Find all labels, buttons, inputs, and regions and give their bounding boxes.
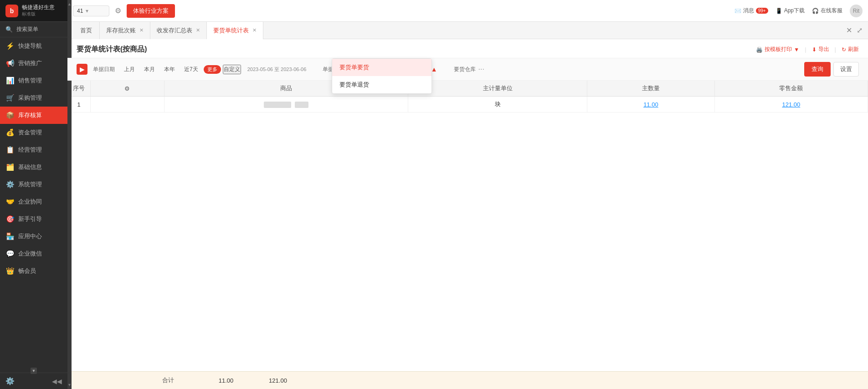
tab-order-stats-close[interactable]: ✕ [252,27,257,33]
finance-icon: 💰 [5,128,15,137]
cell-goods [164,97,408,113]
tab-inventory-batch[interactable]: 库存批次账 ✕ [100,22,150,39]
messages-label: 消息 [743,7,754,15]
warehouse-label: 要货仓库 [454,66,476,73]
date-range-display: 2023-05-06 至 2023-06-06 [247,66,307,73]
sidebar-item-wechat[interactable]: 💬 企业微信 [0,245,67,262]
sidebar-settings-icon[interactable]: ⚙️ [5,377,15,385]
tab-receivable-summary[interactable]: 收发存汇总表 ✕ [150,22,207,39]
marketing-icon: 📢 [5,59,15,67]
date-custom[interactable]: 自定义 [223,65,241,74]
date-range-text: 2023-05-06 至 2023-06-06 [247,66,307,73]
app-download-btn[interactable]: 📱 App下载 [776,7,805,15]
col-amount: 零售金额 [714,81,868,97]
topbar: 41 ▾ ⚙ 体验行业方案 ✉️ 消息 99+ 📱 App下载 🎧 在线客服 R… [67,0,868,22]
date-this-year[interactable]: 本年 [160,64,179,75]
sidebar-item-system[interactable]: ⚙️ 系统管理 [0,176,67,193]
sidebar-item-purchase[interactable]: 🛒 采购管理 [0,89,67,107]
date-last-7[interactable]: 近7天 [180,64,202,75]
quantity-link[interactable]: 11.00 [643,101,658,108]
app-download-icon: 📱 [776,8,782,14]
app-download-label: App下载 [784,7,805,15]
search-icon: 🔍 [5,26,13,33]
amount-link[interactable]: 121.00 [782,101,800,108]
expand-tabs-btn[interactable]: ⤢ [857,26,863,35]
table-area: 序号 ⚙ 商品 主计量单位 主数量 [67,81,868,371]
filter-warehouse-group: 要货仓库 ··· [454,65,484,73]
sidebar-edge-up[interactable]: ▲ [67,2,72,6]
action-divider2: | [835,46,836,53]
table-row: 1 块 11.00 1 [67,97,868,113]
user-avatar[interactable]: Rit [850,5,863,17]
sidebar-item-enterprise[interactable]: 🤝 企业协同 [0,193,67,210]
tabbar: 首页 库存批次账 ✕ 收发存汇总表 ✕ 要货单统计表 ✕ ✕ ⤢ [67,22,868,39]
settings-button[interactable]: 设置 [833,62,859,77]
query-button[interactable]: 查询 [804,62,831,77]
member-icon: 👑 [5,267,15,275]
enterprise-icon: 🤝 [5,198,15,206]
sidebar-menu: ⚡ 快捷导航 📢 营销推广 📊 销售管理 🛒 采购管理 📦 库存核算 💰 [0,37,67,369]
print-expand-icon: ▼ [794,46,799,53]
table-settings-icon[interactable]: ⚙ [124,85,130,92]
sidebar-item-label: 系统管理 [18,180,42,189]
app-sub: 标准版 [22,11,55,17]
tab-home[interactable]: 首页 [73,22,100,39]
date-prev-month[interactable]: 上月 [120,64,139,75]
online-service-label: 在线客服 [821,7,842,15]
sidebar-edge-down[interactable]: ▼ [67,383,72,387]
sidebar-item-basic[interactable]: 🗂️ 基础信息 [0,159,67,176]
sales-icon: 📊 [5,77,15,85]
filter-actions: 查询 设置 [804,62,859,77]
messages-badge: 99+ [756,8,768,14]
company-select[interactable]: 41 ▾ [73,5,109,16]
tab-home-label: 首页 [80,26,92,35]
print-btn[interactable]: 🖨️ 按模板打印 ▼ [756,46,799,53]
filter-expand-btn[interactable]: ▶ [77,64,87,75]
inventory-icon: 📦 [5,111,15,119]
tab-inventory-batch-close[interactable]: ✕ [139,27,144,33]
table-footer: 合计 11.00 121.00 [67,371,868,389]
sidebar-item-inventory[interactable]: 📦 库存核算 [0,107,67,124]
dropdown-item-require-goods[interactable]: 要货单要货 [332,59,431,76]
dropdown-item-require-return[interactable]: 要货单退货 [332,76,431,93]
sidebar-item-marketing[interactable]: 📢 营销推广 [0,55,67,72]
warehouse-more-icon[interactable]: ··· [478,65,484,73]
tab-inventory-batch-label: 库存批次账 [106,26,136,35]
tab-order-stats[interactable]: 要货单统计表 ✕ [207,22,263,39]
sidebar-search[interactable]: 🔍 搜索菜单 [0,22,67,37]
date-more-badge[interactable]: 更多 [204,65,221,74]
footer-label: 合计 [162,376,199,384]
col-settings[interactable]: ⚙ [91,81,164,97]
export-icon: ⬇ [812,46,817,53]
filter-date-group: 上月 本月 本年 近7天 更多 自定义 [120,64,241,75]
topbar-left: 41 ▾ ⚙ 体验行业方案 [73,4,734,18]
col-quantity: 主数量 [587,81,715,97]
type-dropdown-menu: 要货单要货 要货单退货 [332,58,432,94]
sidebar-item-sales[interactable]: 📊 销售管理 [0,72,67,89]
refresh-btn[interactable]: ↻ 刷新 [842,46,859,53]
tab-receivable-summary-close[interactable]: ✕ [196,27,200,33]
sidebar-item-guide[interactable]: 🎯 新手引导 [0,210,67,228]
topbar-gear-icon[interactable]: ⚙ [115,6,121,15]
sidebar-item-label: 应用中心 [18,232,42,241]
messages-btn[interactable]: ✉️ 消息 99+ [734,7,768,15]
sidebar-item-finance[interactable]: 💰 资金管理 [0,124,67,141]
print-icon: 🖨️ [756,46,763,53]
sidebar-item-member[interactable]: 👑 畅会员 [0,262,67,280]
sidebar-item-label: 企业微信 [18,250,42,258]
sidebar-item-quick-nav[interactable]: ⚡ 快捷导航 [0,37,67,55]
basic-icon: 🗂️ [5,163,15,171]
sidebar-collapse-btn[interactable]: ◀◀ [52,378,62,385]
sidebar-item-business[interactable]: 📋 经营管理 [0,141,67,159]
guide-icon: 🎯 [5,215,15,223]
sidebar-item-label: 营销推广 [18,59,42,67]
sidebar-item-label: 采购管理 [18,94,42,102]
app-name: 畅捷通好生意 [22,4,55,11]
online-service-btn[interactable]: 🎧 在线客服 [812,7,842,15]
trial-button[interactable]: 体验行业方案 [127,4,175,18]
page-actions: 🖨️ 按模板打印 ▼ | ⬇ 导出 | ↻ 刷新 [756,46,859,53]
close-all-tabs-btn[interactable]: ✕ [846,26,852,35]
export-btn[interactable]: ⬇ 导出 [812,46,829,53]
sidebar-item-appstore[interactable]: 🏪 应用中心 [0,228,67,245]
date-this-month[interactable]: 本月 [140,64,159,75]
